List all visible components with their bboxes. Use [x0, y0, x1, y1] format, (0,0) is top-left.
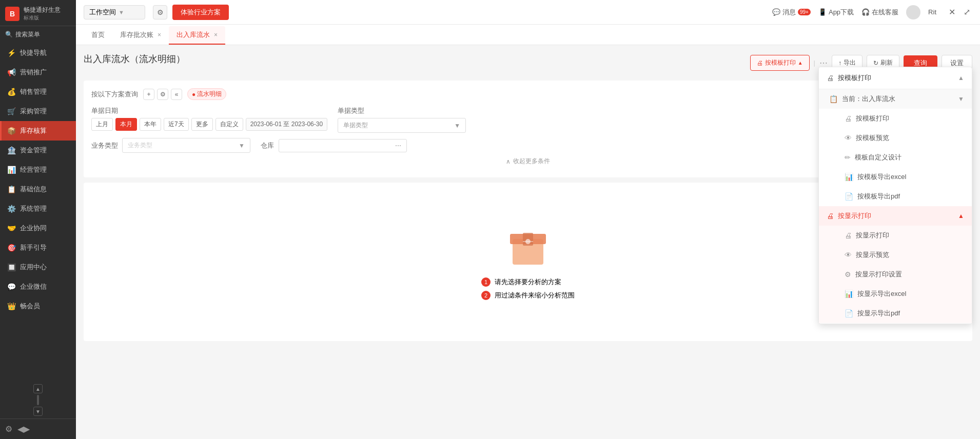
dropdown-chevron-icon: ▲	[958, 74, 964, 82]
dropdown-template-preview[interactable]: 👁 按模板预览	[819, 128, 972, 148]
sidebar-item-finance[interactable]: 🏦 资金管理	[0, 141, 76, 160]
topbar-right: 💬 消息 99+ 📱 App下载 🎧 在线客服 Rit	[772, 5, 936, 19]
sidebar-scroll-up[interactable]: ▲	[33, 384, 43, 393]
voucher-type-input[interactable]: 单据类型 ▼	[338, 118, 466, 133]
message-icon: 💬	[772, 8, 780, 16]
tab-in-out-flow[interactable]: 出入库流水 ×	[169, 26, 225, 45]
sidebar-search[interactable]: 🔍 搜索菜单	[0, 26, 76, 43]
sidebar-item-system[interactable]: ⚙️ 系统管理	[0, 199, 76, 218]
tab-batch-account[interactable]: 库存批次账 ×	[112, 26, 169, 45]
date-field: 单据日期 上月 本月 本年 近7天 更多 自定义 2023-06-01 至 20…	[91, 106, 327, 131]
sidebar-item-label: 系统管理	[20, 204, 47, 213]
tab-batch-account-close[interactable]: ×	[158, 31, 161, 38]
sidebar-nav: ⚡ 快捷导航 📢 营销推广 💰 销售管理 🛒 采购管理 📦 库存核算 🏦 资金管…	[0, 43, 76, 382]
sidebar-item-label: 新手引导	[20, 243, 47, 252]
add-filter-btn[interactable]: +	[143, 89, 154, 100]
warehouse-input[interactable]: ⋯	[279, 139, 407, 152]
tab-batch-account-label: 库存批次账	[120, 30, 153, 39]
industry-solution-btn[interactable]: 体验行业方案	[172, 5, 229, 20]
sidebar-item-wechat[interactable]: 💬 企业微信	[0, 277, 76, 296]
message-badge: 99+	[798, 9, 811, 15]
tab-home[interactable]: 首页	[84, 26, 112, 45]
date-btn-this-year[interactable]: 本年	[140, 118, 161, 131]
sidebar-item-guide[interactable]: 🎯 新手引导	[0, 238, 76, 257]
template-print-row-icon: 🖨	[845, 114, 852, 123]
workspace-text: 工作空间	[89, 8, 116, 17]
dropdown-header[interactable]: 🖨 按模板打印 ▲	[819, 67, 972, 89]
date-btn-more[interactable]: 更多	[191, 118, 213, 131]
expand-window-btn[interactable]: ⤢	[962, 6, 972, 18]
business-type-placeholder: 业务类型	[128, 141, 152, 150]
online-service-btn[interactable]: 🎧 在线客服	[861, 8, 898, 17]
collapse-filter-btn[interactable]: «	[171, 89, 182, 100]
dropdown-footer-settings[interactable]: ⚙ 设置默认功能 ▼	[819, 323, 972, 324]
sidebar-item-app-center[interactable]: 🔲 应用中心	[0, 257, 76, 277]
chevron-up-icon: ∧	[506, 158, 511, 165]
dropdown-display-export-pdf[interactable]: 📄 按显示导出pdf	[819, 304, 972, 323]
dropdown-display-export-excel[interactable]: 📊 按显示导出excel	[819, 284, 972, 304]
sidebar-item-member[interactable]: 👑 畅会员	[0, 296, 76, 316]
filter-label: 按以下方案查询	[91, 90, 138, 99]
date-btn-7days[interactable]: 近7天	[164, 118, 189, 131]
divider: |	[814, 59, 815, 67]
sidebar-item-basic-info[interactable]: 📋 基础信息	[0, 179, 76, 199]
purchase-icon: 🛒	[7, 107, 16, 116]
date-btn-last-month[interactable]: 上月	[91, 118, 113, 131]
sidebar-item-cooperation[interactable]: 🤝 企业协同	[0, 218, 76, 238]
tab-in-out-flow-close[interactable]: ×	[214, 31, 218, 38]
topbar: 工作空间 ▼ ⚙ 体验行业方案 💬 消息 99+ 📱 App下载 🎧 在线客服 …	[76, 0, 980, 25]
dropdown-current-item[interactable]: 📋 当前：出入库流水 ▼	[819, 89, 972, 109]
quick-nav-icon: ⚡	[7, 48, 16, 57]
dropdown-template-print[interactable]: 🖨 按模板打印	[819, 109, 972, 128]
sidebar-scroll-down[interactable]: ▼	[33, 407, 43, 416]
refresh-icon: ↻	[873, 59, 878, 67]
message-label: 消息	[782, 8, 796, 17]
sidebar-item-label: 销售管理	[20, 87, 47, 96]
voucher-type-field: 单据类型 单据类型 ▼	[338, 106, 466, 133]
dropdown-display-preview[interactable]: 👁 按显示预览	[819, 245, 972, 265]
sidebar-item-label: 应用中心	[20, 263, 47, 272]
warehouse-field: 仓库 ⋯	[261, 139, 407, 152]
workspace-selector[interactable]: 工作空间 ▼	[84, 5, 145, 19]
sidebar-bottom: ⚙ ◀▶	[0, 418, 76, 439]
settings-filter-btn[interactable]: ⚙	[157, 89, 168, 100]
dropdown-display-print[interactable]: 🖨 按显示打印	[819, 226, 972, 245]
filter-tag-shuimingxi[interactable]: ● 流水明细	[187, 88, 226, 100]
sales-icon: 💰	[7, 87, 16, 96]
inventory-icon: 📦	[7, 126, 16, 135]
step-1-text: 请先选择要分析的方案	[495, 277, 561, 287]
dropdown-display-section[interactable]: 🖨 按显示打印 ▲	[819, 206, 972, 226]
print-header-icon: 🖨	[827, 74, 834, 82]
dropdown-display-print-settings[interactable]: ⚙ 按显示打印设置	[819, 265, 972, 284]
sidebar-item-quick-nav[interactable]: ⚡ 快捷导航	[0, 43, 76, 63]
dropdown-template-custom[interactable]: ✏ 模板自定义设计	[819, 148, 972, 167]
voucher-type-chevron-icon: ▼	[454, 122, 460, 129]
system-icon: ⚙️	[7, 204, 16, 213]
topbar-settings-btn[interactable]: ⚙	[153, 5, 167, 19]
dropdown-template-export-pdf[interactable]: 📄 按模板导出pdf	[819, 187, 972, 206]
sidebar-item-marketing[interactable]: 📢 营销推广	[0, 63, 76, 82]
business-type-input[interactable]: 业务类型 ▼	[122, 138, 250, 153]
sidebar-item-purchase[interactable]: 🛒 采购管理	[0, 102, 76, 121]
template-custom-icon: ✏	[845, 153, 851, 162]
app-center-icon: 🔲	[7, 263, 16, 272]
date-btn-this-month[interactable]: 本月	[115, 118, 137, 131]
empty-step-2: 2 用过滤条件来缩小分析范围	[481, 291, 575, 300]
app-download-icon: 📱	[818, 8, 827, 16]
template-print-btn[interactable]: 🖨 按模板打印 ▲	[750, 55, 810, 71]
dropdown-template-export-excel[interactable]: 📊 按模板导出excel	[819, 167, 972, 187]
business-type-label: 业务类型	[91, 141, 120, 150]
user-avatar[interactable]	[906, 5, 920, 19]
date-btn-custom[interactable]: 自定义	[215, 118, 243, 131]
date-field-label: 单据日期	[91, 106, 327, 115]
sidebar-item-inventory[interactable]: 📦 库存核算	[0, 121, 76, 141]
headset-icon: 🎧	[861, 8, 870, 16]
chevron-up-icon: ▲	[798, 60, 803, 66]
collapse-sidebar-btn[interactable]: ◀▶	[17, 424, 30, 434]
settings-btn[interactable]: ⚙	[5, 424, 12, 434]
app-download-btn[interactable]: 📱 App下载	[818, 8, 854, 17]
sidebar-item-operations[interactable]: 📊 经营管理	[0, 160, 76, 179]
message-btn[interactable]: 💬 消息 99+	[772, 8, 811, 17]
sidebar-item-sales[interactable]: 💰 销售管理	[0, 82, 76, 102]
close-window-btn[interactable]: ✕	[947, 6, 957, 18]
